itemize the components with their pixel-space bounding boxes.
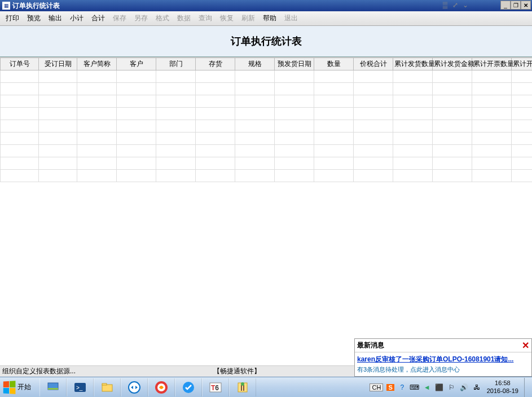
cell[interactable] [472, 170, 512, 182]
taskbar-app-check[interactable] [175, 378, 202, 396]
cell[interactable] [1, 70, 39, 83]
cell[interactable] [433, 108, 472, 120]
cell[interactable] [354, 133, 393, 145]
chevron-down-icon[interactable]: ⌄ [461, 1, 470, 10]
notification-link[interactable]: karen反审核了一张采购订单OLPO-16081901请知... [357, 355, 529, 364]
notification-close-icon[interactable]: ✕ [522, 340, 529, 351]
toolbar-帮助[interactable]: 帮助 [260, 12, 280, 25]
cell[interactable] [393, 108, 433, 120]
cell[interactable] [1, 83, 39, 95]
cell[interactable] [196, 108, 235, 120]
keyboard-icon[interactable]: ⌨ [410, 383, 419, 392]
cell[interactable] [117, 70, 156, 83]
cell[interactable] [314, 120, 354, 133]
cell[interactable] [472, 108, 512, 120]
taskbar-app-explorer[interactable] [94, 378, 121, 396]
sogou-icon[interactable]: S [386, 384, 394, 391]
cell[interactable] [39, 95, 77, 108]
cell[interactable] [433, 157, 472, 170]
cell[interactable] [512, 95, 533, 108]
toolbar-打印[interactable]: 打印 [2, 12, 23, 25]
cell[interactable] [117, 95, 156, 108]
cell[interactable] [275, 70, 314, 83]
cell[interactable] [472, 83, 512, 95]
clock[interactable]: 16:58 2016-08-19 [485, 380, 521, 394]
column-header[interactable]: 部门 [156, 58, 196, 70]
column-header[interactable]: 累计开票金 [512, 58, 533, 70]
cell[interactable] [393, 120, 433, 133]
start-button[interactable]: 开始 [1, 378, 37, 397]
cell[interactable] [354, 83, 393, 95]
column-header[interactable]: 存货 [196, 58, 235, 70]
notification-subtext[interactable]: 有3条消息待处理，点此进入消息中心 [357, 365, 529, 374]
column-header[interactable]: 订单号 [1, 58, 39, 70]
cell[interactable] [1, 133, 39, 145]
table-row[interactable] [1, 145, 533, 157]
cell[interactable] [354, 108, 393, 120]
cell[interactable] [235, 157, 275, 170]
cell[interactable] [77, 95, 117, 108]
cell[interactable] [156, 133, 196, 145]
cell[interactable] [77, 145, 117, 157]
cell[interactable] [512, 157, 533, 170]
cell[interactable] [77, 157, 117, 170]
column-header[interactable]: 客户简称 [77, 58, 117, 70]
cell[interactable] [314, 83, 354, 95]
cell[interactable] [1, 108, 39, 120]
taskbar-app-teamviewer[interactable] [121, 378, 148, 396]
table-row[interactable] [1, 170, 533, 182]
column-header[interactable]: 受订日期 [39, 58, 77, 70]
taskbar-app-red[interactable] [148, 378, 175, 396]
action-center-icon[interactable]: ⚐ [447, 383, 456, 392]
cell[interactable] [433, 70, 472, 83]
column-header[interactable]: 客户 [117, 58, 156, 70]
cell[interactable] [235, 120, 275, 133]
column-header[interactable]: 累计开票数量 [472, 58, 512, 70]
cell[interactable] [196, 157, 235, 170]
column-header[interactable]: 规格 [235, 58, 275, 70]
cell[interactable] [77, 133, 117, 145]
cell[interactable] [235, 170, 275, 182]
cell[interactable] [39, 157, 77, 170]
cell[interactable] [39, 108, 77, 120]
cell[interactable] [433, 145, 472, 157]
cell[interactable] [472, 95, 512, 108]
toolbar-合计[interactable]: 合计 [88, 12, 108, 25]
cell[interactable] [235, 133, 275, 145]
cell[interactable] [39, 120, 77, 133]
connection-icon[interactable]: 🖧 [472, 383, 481, 392]
cell[interactable] [354, 120, 393, 133]
tray-expand-icon[interactable]: ◄ [423, 383, 432, 392]
cell[interactable] [472, 70, 512, 83]
cell[interactable] [235, 70, 275, 83]
restore-button[interactable]: ❐ [511, 1, 521, 10]
cell[interactable] [39, 170, 77, 182]
table-row[interactable] [1, 133, 533, 145]
cell[interactable] [1, 120, 39, 133]
table-row[interactable] [1, 108, 533, 120]
cell[interactable] [196, 70, 235, 83]
cell[interactable] [39, 145, 77, 157]
table-row[interactable] [1, 120, 533, 133]
cell[interactable] [117, 120, 156, 133]
cell[interactable] [235, 95, 275, 108]
cell[interactable] [196, 145, 235, 157]
cell[interactable] [512, 120, 533, 133]
cell[interactable] [275, 170, 314, 182]
taskbar-app-t6[interactable]: T6 [202, 378, 229, 396]
cell[interactable] [433, 120, 472, 133]
toolbar-小计[interactable]: 小计 [67, 12, 87, 25]
cell[interactable] [1, 170, 39, 182]
cell[interactable] [393, 145, 433, 157]
cell[interactable] [39, 133, 77, 145]
cell[interactable] [314, 145, 354, 157]
column-header[interactable]: 累计发货数量 [393, 58, 433, 70]
taskbar-app-powershell[interactable]: >_ [67, 378, 94, 396]
cell[interactable] [196, 170, 235, 182]
language-indicator[interactable]: CH [370, 383, 383, 391]
volume-icon[interactable]: 🔊 [460, 383, 469, 392]
cell[interactable] [77, 170, 117, 182]
cell[interactable] [393, 83, 433, 95]
cell[interactable] [156, 145, 196, 157]
cell[interactable] [275, 120, 314, 133]
